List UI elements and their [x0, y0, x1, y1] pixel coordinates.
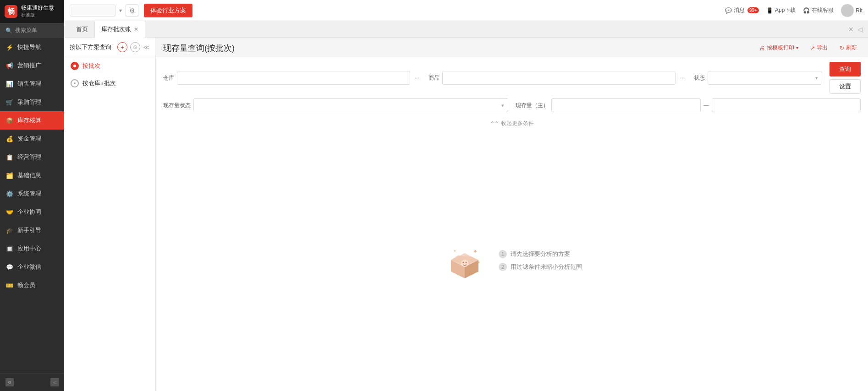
- refresh-label: 刷新: [846, 44, 857, 52]
- filter-row-1: 仓库 ··· 商品 ··· 状态 ▾: [163, 62, 861, 94]
- sidebar-item-apps-label: 应用中心: [17, 244, 41, 253]
- user-area[interactable]: Rit: [841, 4, 863, 17]
- refresh-icon: ↻: [840, 45, 844, 51]
- sidebar-item-finance-label: 资金管理: [17, 135, 41, 143]
- plan-batch-label: 按批次: [82, 62, 100, 70]
- collapse-filters-btn[interactable]: ⌃⌃ 收起更多条件: [163, 117, 861, 130]
- tip-text-2: 用过滤条件来缩小分析范围: [511, 263, 582, 271]
- svg-text:✦: ✦: [453, 249, 456, 253]
- filter-area: 仓库 ··· 商品 ··· 状态 ▾: [156, 57, 868, 130]
- page-header: 现存量查询(按批次) 🖨 按模板打印 ▾ ↗ 导出 ↻ 刷新: [156, 38, 868, 57]
- left-panel-header: 按以下方案查询 + ⊙ ≪: [64, 38, 155, 57]
- finance-icon: 💰: [5, 135, 14, 143]
- sidebar-header: 畅 畅康通好生意 标准版: [0, 0, 64, 23]
- message-icon: 💬: [725, 7, 732, 14]
- sidebar-item-sales[interactable]: 📊 销售管理: [0, 75, 64, 93]
- sidebar-item-purchase[interactable]: 🛒 采购管理: [0, 93, 64, 111]
- tab-inventory-batch[interactable]: 库存批次账 ✕: [95, 21, 145, 38]
- sidebar-item-operations[interactable]: 📋 经营管理: [0, 148, 64, 166]
- add-plan-btn[interactable]: +: [117, 42, 127, 52]
- warehouse-more-btn[interactable]: ···: [413, 75, 421, 81]
- set-btn[interactable]: 设置: [830, 79, 861, 94]
- marketing-icon: 📢: [5, 61, 14, 70]
- search-icon: 🔍: [5, 27, 12, 34]
- search-menu-item[interactable]: 🔍 搜索菜单: [0, 23, 64, 38]
- svg-point-8: [466, 261, 467, 263]
- topbar-dropdown-arrow[interactable]: ▾: [119, 7, 122, 14]
- tip-item-2: 2 用过滤条件来缩小分析范围: [499, 263, 582, 271]
- sidebar-item-apps[interactable]: 🔲 应用中心: [0, 239, 64, 258]
- content-area: 按以下方案查询 + ⊙ ≪ 按批次 按仓库+批次: [64, 38, 868, 391]
- sales-icon: 📊: [5, 80, 14, 88]
- goods-more-btn[interactable]: ···: [678, 75, 687, 81]
- empty-illustration: ✦ ✦ ✦: [442, 235, 488, 287]
- expand-btn[interactable]: ◁: [857, 26, 863, 33]
- inventory-status-select[interactable]: ▾: [193, 98, 508, 112]
- inventory-qty-max-input[interactable]: [712, 98, 861, 112]
- tip-num-2: 2: [499, 263, 507, 271]
- navigate-icon: ⚡: [5, 43, 14, 51]
- settings-icon-btn[interactable]: ⚙: [5, 378, 14, 386]
- sidebar-item-finance[interactable]: 💰 资金管理: [0, 130, 64, 148]
- refresh-btn[interactable]: ↻ 刷新: [836, 42, 861, 54]
- app-logo: 畅: [5, 5, 17, 18]
- page-title: 现存量查询(按批次): [163, 43, 235, 54]
- experience-btn[interactable]: 体验行业方案: [144, 4, 192, 17]
- tip-item-1: 1 请先选择要分析的方案: [499, 250, 582, 258]
- apps-icon: 🔲: [5, 244, 14, 253]
- close-panel-btn[interactable]: ✕: [848, 26, 854, 33]
- tab-home[interactable]: 首页: [70, 21, 95, 38]
- status-filter-field: 状态 ▾: [694, 71, 822, 85]
- tab-close-btn[interactable]: ✕: [134, 26, 138, 33]
- filter-row-2: 现存量状态 ▾ 现存量（主） —: [163, 98, 861, 112]
- sidebar-item-marketing[interactable]: 📢 营销推广: [0, 56, 64, 75]
- sidebar-item-member[interactable]: 🎫 畅会员: [0, 276, 64, 294]
- plan-settings-btn[interactable]: ⊙: [130, 42, 140, 52]
- plan-item-batch[interactable]: 按批次: [64, 57, 155, 75]
- collapse-sidebar-btn[interactable]: ◁: [50, 378, 59, 386]
- sidebar-item-inventory-label: 库存核算: [17, 116, 41, 125]
- sidebar-item-purchase-label: 采购管理: [17, 98, 41, 106]
- tab-home-label: 首页: [76, 25, 88, 33]
- left-filter-panel: 按以下方案查询 + ⊙ ≪ 按批次 按仓库+批次: [64, 38, 156, 391]
- topbar-right: 💬 消息 99+ 📱 App下载 🎧 在线客服 Rit: [725, 4, 863, 17]
- svg-point-1: [74, 82, 76, 84]
- sidebar-item-system-label: 系统管理: [17, 190, 41, 198]
- sidebar-item-navigate[interactable]: ⚡ 快捷导航: [0, 38, 64, 56]
- status-select[interactable]: ▾: [708, 71, 822, 85]
- goods-input[interactable]: [442, 71, 676, 85]
- sidebar-item-basic[interactable]: 🗂️ 基础信息: [0, 166, 64, 185]
- app-title: 畅康通好生意: [21, 5, 54, 12]
- print-dropdown-icon[interactable]: ▾: [796, 45, 798, 50]
- sidebar-item-inventory[interactable]: 📦 库存核算: [0, 111, 64, 130]
- plan-inactive-dot: [71, 79, 79, 87]
- svg-point-7: [463, 261, 464, 263]
- tabs-bar: 首页 库存批次账 ✕ ✕ ◁: [64, 21, 868, 38]
- warehouse-input[interactable]: [177, 71, 410, 85]
- guide-icon: 🎓: [5, 226, 14, 234]
- sidebar-item-enterprise[interactable]: 🤝 企业协同: [0, 203, 64, 221]
- main-area: ▾ ⚙ 体验行业方案 💬 消息 99+ 📱 App下载 🎧 在线客服 Rit: [64, 0, 868, 391]
- query-btn[interactable]: 查询: [830, 62, 861, 76]
- export-icon: ↗: [810, 45, 815, 51]
- basic-icon: 🗂️: [5, 171, 14, 179]
- sidebar-item-system[interactable]: ⚙️ 系统管理: [0, 185, 64, 203]
- topbar-search-input[interactable]: [70, 5, 115, 16]
- export-btn[interactable]: ↗ 导出: [807, 42, 831, 54]
- headset-icon: 🎧: [803, 7, 810, 14]
- wechat-icon: 💬: [5, 263, 14, 271]
- sidebar-item-guide[interactable]: 🎓 新手引导: [0, 221, 64, 239]
- inventory-qty-min-input[interactable]: [551, 98, 701, 112]
- app-download-btn[interactable]: 📱 App下载: [766, 6, 796, 14]
- print-btn[interactable]: 🖨 按模板打印 ▾: [756, 42, 802, 54]
- sidebar-item-wechat[interactable]: 💬 企业微信: [0, 258, 64, 276]
- empty-tips: 1 请先选择要分析的方案 2 用过滤条件来缩小分析范围: [499, 250, 582, 271]
- goods-filter-field: 商品 ···: [429, 71, 687, 85]
- tip-text-1: 请先选择要分析的方案: [511, 250, 570, 258]
- collapse-left-panel-btn[interactable]: ≪: [143, 43, 150, 51]
- plan-item-warehouse-batch[interactable]: 按仓库+批次: [64, 75, 155, 92]
- online-service-btn[interactable]: 🎧 在线客服: [803, 6, 834, 14]
- topbar-gear-btn[interactable]: ⚙: [126, 4, 138, 17]
- member-icon: 🎫: [5, 281, 14, 289]
- message-btn[interactable]: 💬 消息 99+: [725, 6, 759, 14]
